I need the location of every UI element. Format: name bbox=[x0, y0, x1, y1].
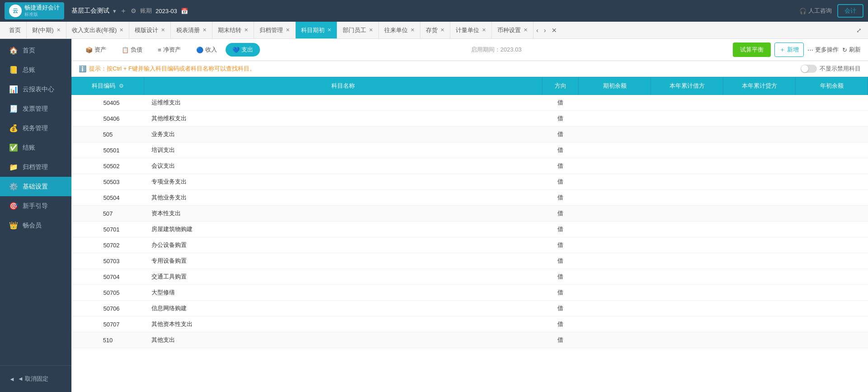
add-label: 新增 bbox=[787, 46, 799, 54]
tab-inventory[interactable]: 存货 ✕ bbox=[420, 22, 450, 39]
tab-currency[interactable]: 币种设置 ✕ bbox=[492, 22, 533, 39]
table-row[interactable]: 510 其他支出 借 bbox=[72, 332, 868, 348]
tab-close-icon[interactable]: ✕ bbox=[440, 27, 444, 33]
sub-tab-asset[interactable]: 📦 资产 bbox=[79, 43, 113, 57]
tab-income-annual[interactable]: 收入支出表(年报) ✕ bbox=[66, 22, 130, 39]
workspace-name[interactable]: 基层工会测试 bbox=[71, 7, 109, 15]
sidebar-item-tax[interactable]: 💰 税务管理 bbox=[0, 118, 71, 138]
table-row[interactable]: 50406 其他维权支出 借 bbox=[72, 111, 868, 127]
table-row[interactable]: 50501 培训支出 借 bbox=[72, 142, 868, 158]
tab-close-icon[interactable]: ✕ bbox=[119, 27, 123, 33]
tab-archive[interactable]: 归档管理 ✕ bbox=[254, 22, 296, 39]
column-settings-icon[interactable]: ⚙ bbox=[119, 83, 124, 89]
cell-ytd-debit bbox=[651, 253, 723, 269]
tab-department[interactable]: 部门员工 ✕ bbox=[337, 22, 379, 39]
account-button[interactable]: 会计 bbox=[837, 4, 863, 18]
add-button[interactable]: ＋ 新增 bbox=[774, 43, 804, 57]
tab-period-end[interactable]: 期末结转 ✕ bbox=[212, 22, 254, 39]
balance-button[interactable]: 试算平衡 bbox=[733, 43, 771, 57]
tab-close-icon[interactable]: ✕ bbox=[482, 27, 486, 33]
sidebar-item-archive[interactable]: 📁 归档管理 bbox=[0, 157, 71, 177]
tab-template-design[interactable]: 模版设计 ✕ bbox=[129, 22, 171, 39]
cell-code: 50703 bbox=[72, 253, 144, 269]
tab-period-end-label: 期末结转 bbox=[218, 26, 241, 34]
sub-tab-asset-label: 资产 bbox=[94, 46, 106, 54]
sidebar-collapse-button[interactable]: ◄ ◄ 取消固定 bbox=[0, 370, 71, 387]
table-row[interactable]: 50707 其他资本性支出 借 bbox=[72, 316, 868, 332]
tab-close-icon[interactable]: ✕ bbox=[410, 27, 415, 33]
tab-close-icon[interactable]: ✕ bbox=[57, 27, 61, 33]
table-row[interactable]: 50503 专项业务支出 借 bbox=[72, 174, 868, 190]
sidebar-item-home[interactable]: 🏠 首页 bbox=[0, 41, 71, 60]
main-panel: 📦 资产 📋 负债 ≡ 净资产 🔵 收入 💙 支出 启用期间：2023.03 bbox=[71, 39, 868, 392]
tab-close-icon[interactable]: ✕ bbox=[286, 27, 290, 33]
cell-year-start bbox=[796, 142, 868, 158]
sidebar-item-guide[interactable]: 🎯 新手引导 bbox=[0, 196, 71, 216]
tab-close-icon[interactable]: ✕ bbox=[369, 27, 373, 33]
sidebar-item-ledger[interactable]: 📒 总账 bbox=[0, 60, 71, 80]
sub-tab-liability[interactable]: 📋 负债 bbox=[115, 43, 149, 57]
refresh-label: 刷新 bbox=[849, 46, 861, 54]
info-tip: ℹ️ 提示：按Ctrl + F键并输入科目编码或者科目名称可以查找科目。 bbox=[79, 65, 796, 73]
tab-close-all-icon[interactable]: ✕ bbox=[549, 25, 560, 36]
tab-unit[interactable]: 计量单位 ✕ bbox=[450, 22, 492, 39]
tab-financial-mid[interactable]: 财(中期) ✕ bbox=[27, 22, 66, 39]
sub-tab-equity[interactable]: ≡ 净资产 bbox=[151, 43, 188, 57]
cell-ytd-debit bbox=[651, 301, 723, 316]
logo-area[interactable]: 云 畅捷通好会计 标准版 bbox=[5, 2, 64, 19]
refresh-icon: ↻ bbox=[842, 47, 847, 53]
table-row[interactable]: 50405 运维维支出 借 bbox=[72, 95, 868, 111]
table-row[interactable]: 50702 办公设备购置 借 bbox=[72, 237, 868, 253]
reports-icon: 📊 bbox=[9, 85, 18, 94]
tab-tax-table[interactable]: 税表清册 ✕ bbox=[171, 22, 212, 39]
toggle-label: 不显示禁用科目 bbox=[820, 65, 861, 73]
tab-prev-icon[interactable]: ‹ bbox=[533, 25, 541, 36]
support-button[interactable]: 🎧 人工咨询 bbox=[799, 7, 832, 15]
cell-ytd-credit bbox=[723, 237, 796, 253]
table-row[interactable]: 50703 专用设备购置 借 bbox=[72, 253, 868, 269]
sidebar-item-reports[interactable]: 📊 云报表中心 bbox=[0, 80, 71, 99]
cell-ytd-debit bbox=[651, 158, 723, 174]
tab-close-icon[interactable]: ✕ bbox=[203, 27, 207, 33]
sidebar-item-invoice[interactable]: 🧾 发票管理 bbox=[0, 99, 71, 118]
cell-ytd-credit bbox=[723, 174, 796, 190]
table-row[interactable]: 50705 大型修缮 借 bbox=[72, 285, 868, 301]
sidebar-item-settings[interactable]: ⚙️ 基础设置 bbox=[0, 177, 71, 196]
cell-ytd-credit bbox=[723, 269, 796, 285]
tab-close-icon[interactable]: ✕ bbox=[244, 27, 248, 33]
cell-initial-balance bbox=[579, 237, 651, 253]
table-row[interactable]: 50706 信息网络购建 借 bbox=[72, 301, 868, 316]
cell-initial-balance bbox=[579, 111, 651, 127]
sidebar-item-member[interactable]: 👑 畅会员 bbox=[0, 216, 71, 235]
cell-ytd-credit bbox=[723, 95, 796, 111]
col-ytd-credit: 本年累计贷方 bbox=[723, 77, 796, 95]
sidebar-item-checkout[interactable]: ✅ 结账 bbox=[0, 138, 71, 157]
tab-contacts[interactable]: 往来单位 ✕ bbox=[379, 22, 420, 39]
refresh-button[interactable]: ↻ 刷新 bbox=[842, 46, 861, 54]
table-row[interactable]: 50504 其他业务支出 借 bbox=[72, 190, 868, 206]
tab-subject-initial[interactable]: 科目期初 ✕ bbox=[296, 22, 337, 39]
tab-next-icon[interactable]: › bbox=[541, 25, 549, 36]
workspace-settings-icon[interactable]: ⚙ bbox=[131, 7, 137, 14]
workspace-dropdown-icon[interactable]: ▾ bbox=[113, 8, 116, 14]
calendar-icon[interactable]: 📅 bbox=[181, 8, 188, 14]
table-row[interactable]: 50502 会议支出 借 bbox=[72, 158, 868, 174]
table-row[interactable]: 507 资本性支出 借 bbox=[72, 206, 868, 222]
sub-tab-expense[interactable]: 💙 支出 bbox=[226, 43, 260, 57]
table-row[interactable]: 50704 交通工具购置 借 bbox=[72, 269, 868, 285]
cell-year-start bbox=[796, 237, 868, 253]
tab-close-icon[interactable]: ✕ bbox=[327, 27, 331, 33]
period-label: 账期 bbox=[140, 7, 152, 15]
table-row[interactable]: 50701 房屋建筑物购建 借 bbox=[72, 222, 868, 237]
tab-expand-icon[interactable]: ⤢ bbox=[854, 25, 864, 36]
table-row[interactable]: 505 业务支出 借 bbox=[72, 127, 868, 142]
disabled-subject-toggle[interactable] bbox=[801, 65, 817, 73]
tab-home[interactable]: 首页 bbox=[4, 22, 27, 39]
more-button[interactable]: ⋯ 更多操作 bbox=[807, 46, 839, 54]
tab-close-icon[interactable]: ✕ bbox=[161, 27, 165, 33]
cell-direction: 借 bbox=[542, 301, 579, 316]
workspace-add-icon[interactable]: ＋ bbox=[120, 6, 127, 16]
tab-close-icon[interactable]: ✕ bbox=[524, 27, 528, 33]
tab-subject-initial-label: 科目期初 bbox=[301, 26, 325, 34]
sub-tab-income[interactable]: 🔵 收入 bbox=[189, 43, 224, 57]
